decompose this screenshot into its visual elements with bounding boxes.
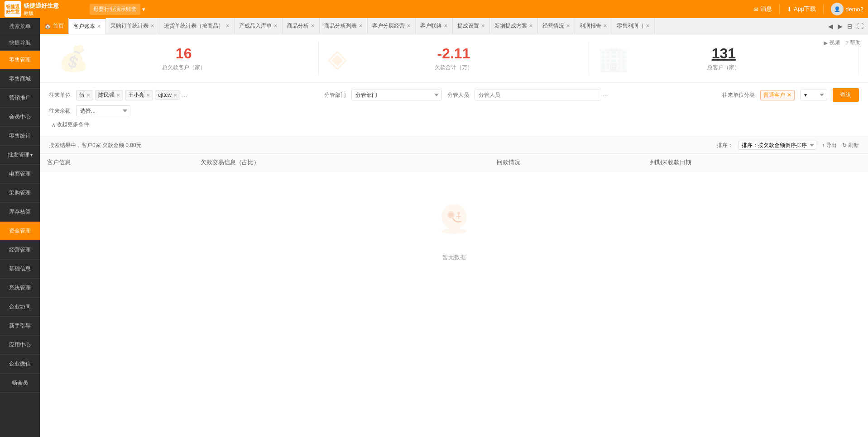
sidebar-item-retail-mgmt[interactable]: 零售管理 — [0, 51, 40, 70]
sidebar-item-member-vip[interactable]: 畅会员 — [0, 374, 40, 393]
sidebar-item-label: 基础信息 — [2, 265, 38, 273]
unit-tag-cjttcw: cjttcw ✕ — [155, 90, 180, 100]
sidebar-item-retail-stats[interactable]: 零售统计 — [0, 127, 40, 146]
tab-close-icon[interactable]: ✕ — [603, 23, 607, 29]
export-button[interactable]: ↑ 导出 — [822, 142, 837, 149]
sidebar-item-label: 企业微信 — [2, 360, 38, 368]
tab-close-icon[interactable]: ✕ — [359, 23, 363, 29]
help-button[interactable]: ? 帮助 — [845, 39, 861, 47]
collapse-button[interactable]: ∧ 收起更多条件 — [49, 118, 859, 131]
tab-fullscreen-icon[interactable]: ⛶ — [855, 22, 865, 31]
dept-filter-container: 分管部门 — [351, 90, 442, 100]
main-content: 💰 16 总欠款客户（家） ◈ -2.11 欠款合计（万） 🏢 131 总客户（… — [40, 34, 868, 437]
message-button[interactable]: ✉ 消息 — [753, 5, 772, 13]
remaining-select[interactable]: 选择... — [76, 105, 130, 116]
sidebar-item-basic-info[interactable]: 基础信息 — [0, 260, 40, 279]
quick-nav[interactable]: 快捷导航 — [0, 35, 40, 51]
filter-row-2: 往来余额 选择... — [49, 105, 859, 116]
tab-operation-status[interactable]: 经营情况 ✕ — [538, 18, 575, 34]
top-bar: 畅捷通好生意 畅捷通好生意 标版 母婴行业演示账套 ▾ ✉ 消息 ⬇ App下载… — [0, 0, 868, 18]
stat-all-customers-value: 131 — [712, 45, 736, 62]
company-dropdown[interactable]: 母婴行业演示账套 — [90, 4, 140, 15]
app-icon: ⬇ — [787, 6, 792, 13]
tab-profit-report[interactable]: 利润报告 ✕ — [575, 18, 612, 34]
export-label: 导出 — [826, 142, 837, 149]
tab-customer-segment[interactable]: 客户分层经营 ✕ — [368, 18, 416, 34]
sidebar-item-label: 企业协同 — [2, 303, 38, 311]
tab-product-inbound[interactable]: 产成品入库单 ✕ — [235, 18, 283, 34]
unit-tag-chen-close[interactable]: ✕ — [116, 93, 120, 98]
sidebar-item-member-center[interactable]: 会员中心 — [0, 108, 40, 127]
user-avatar-area[interactable]: 👤 demo2 — [831, 3, 863, 15]
tab-home[interactable]: 🏠 首页 — [40, 18, 69, 34]
sidebar-item-label: 经营管理 — [2, 246, 38, 254]
more-tags-button[interactable]: ... — [182, 91, 187, 99]
search-menu[interactable]: 搜索菜单 — [0, 18, 40, 35]
video-button[interactable]: ▶ 视频 — [824, 39, 840, 47]
tab-label: 经营情况 — [542, 22, 564, 30]
sidebar-item-finance-mgmt[interactable]: 资金管理 — [0, 222, 40, 241]
tab-close-icon[interactable]: ✕ — [566, 23, 570, 29]
sidebar-item-enterprise-wechat[interactable]: 企业微信 — [0, 355, 40, 374]
sidebar-item-operations-mgmt[interactable]: 经营管理 — [0, 241, 40, 260]
sidebar-item-new-guide[interactable]: 新手引导 — [0, 317, 40, 336]
tab-tip-settings[interactable]: 提成设置 ✕ — [453, 18, 490, 34]
tab-close-icon[interactable]: ✕ — [481, 23, 485, 29]
sidebar-item-retail-mall[interactable]: 零售商城 — [0, 70, 40, 89]
tab-label: 进货单统计表（按商品） — [164, 22, 224, 30]
tab-close-icon[interactable]: ✕ — [646, 23, 650, 29]
tab-close-icon[interactable]: ✕ — [444, 23, 448, 29]
tab-product-analysis[interactable]: 商品分析 ✕ — [283, 18, 320, 34]
tab-close-icon[interactable]: ✕ — [225, 23, 230, 29]
sidebar-item-enterprise-collab[interactable]: 企业协同 — [0, 298, 40, 317]
tab-close-icon[interactable]: ✕ — [97, 24, 101, 29]
stat-bg-building-icon: 🏢 — [598, 44, 629, 73]
sidebar-item-purchase-mgmt[interactable]: 采购管理 — [0, 184, 40, 203]
sidebar-item-wholesale-mgmt[interactable]: 批发管理 ▾ — [0, 146, 40, 165]
unit-tag-wu: 伍 ✕ — [76, 90, 93, 100]
tab-inbound-stats[interactable]: 进货单统计表（按商品） ✕ — [159, 18, 235, 34]
sidebar-item-marketing[interactable]: 营销推广 — [0, 89, 40, 108]
tab-retail-profit[interactable]: 零售利润（ ✕ — [612, 18, 655, 34]
tab-purchase-order-stats[interactable]: 采购订单统计表 ✕ — [106, 18, 159, 34]
tab-close-icon[interactable]: ✕ — [150, 23, 154, 29]
tab-close-icon[interactable]: ✕ — [529, 23, 533, 29]
app-download-button[interactable]: ⬇ App下载 — [787, 5, 816, 13]
person-more-icon[interactable]: ··· — [603, 92, 608, 99]
sidebar-item-system-mgmt[interactable]: 系统管理 — [0, 279, 40, 298]
unit-tag-cjttcw-close[interactable]: ✕ — [173, 93, 177, 98]
sidebar-item-ecommerce-mgmt[interactable]: 电商管理 — [0, 165, 40, 184]
divider2 — [823, 5, 824, 14]
empty-icon — [434, 199, 475, 248]
tab-customer-book[interactable]: 客户账本 ✕ — [69, 18, 106, 34]
sidebar-item-label: 零售商城 — [2, 75, 38, 83]
unit-category-tag-close[interactable]: ✕ — [787, 92, 791, 98]
tab-bar: 🏠 首页 客户账本 ✕ 采购订单统计表 ✕ 进货单统计表（按商品） ✕ 产成品入… — [40, 18, 868, 34]
unit-tags-container: 伍 ✕ 陈民强 ✕ 王小亮 ✕ — [76, 90, 319, 100]
tab-product-analysis-list[interactable]: 商品分析列表 ✕ — [320, 18, 368, 34]
sort-select[interactable]: 排序：按欠款金额倒序排序 — [739, 141, 816, 150]
refresh-button[interactable]: ↻ 刷新 — [842, 142, 859, 149]
sidebar-item-inventory-check[interactable]: 库存核算 — [0, 203, 40, 222]
tab-right-arrow[interactable]: ▶ — [836, 22, 844, 31]
tab-close-icon[interactable]: ✕ — [273, 23, 278, 29]
query-button[interactable]: 查询 — [833, 88, 859, 102]
tab-left-arrow[interactable]: ◀ — [826, 22, 835, 31]
sidebar-item-label: 采购管理 — [2, 189, 38, 197]
tab-close-icon[interactable]: ✕ — [311, 23, 315, 29]
unit-tag-wang-close[interactable]: ✕ — [146, 93, 150, 98]
app-download-label: App下载 — [794, 5, 816, 13]
tab-expand-icon[interactable]: ⊟ — [845, 22, 854, 31]
tab-customer-contact[interactable]: 客户联络 ✕ — [416, 18, 453, 34]
stat-debt-value: -2.11 — [437, 45, 470, 62]
sidebar-item-label: 畅会员 — [2, 379, 38, 387]
sidebar-item-app-center[interactable]: 应用中心 — [0, 336, 40, 355]
tab-label: 零售利润（ — [617, 22, 644, 30]
unit-category-select[interactable]: ▾ — [800, 90, 827, 100]
unit-tag-wu-close[interactable]: ✕ — [86, 93, 90, 98]
unit-tag-chen-text: 陈民强 — [98, 91, 115, 99]
dept-select[interactable]: 分管部门 — [351, 90, 442, 100]
person-input[interactable] — [475, 90, 601, 100]
tab-close-icon[interactable]: ✕ — [407, 23, 411, 29]
tab-new-tip-plan[interactable]: 新增提成方案 ✕ — [490, 18, 538, 34]
